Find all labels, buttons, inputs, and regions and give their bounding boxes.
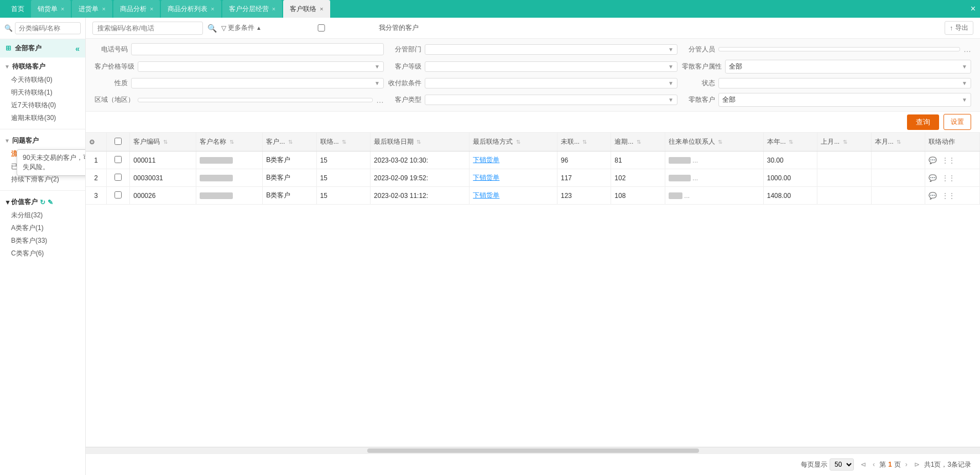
sidebar-group-problem-header[interactable]: ▼ 问题客户 [0, 134, 85, 148]
sort-icon-last-method[interactable]: ⇅ [516, 139, 520, 145]
sidebar-search-area: 🔍 [0, 18, 85, 39]
nav-tab-purchase[interactable]: 进货单 × [72, 0, 112, 18]
sort-icon-code[interactable]: ⇅ [163, 139, 168, 145]
close-tab-customer-contact-icon[interactable]: × [320, 6, 323, 12]
last-page-button[interactable]: ⊳ [912, 460, 922, 469]
close-tab-purchase-icon[interactable]: × [102, 6, 105, 12]
sort-icon-unlinked[interactable]: ⇅ [582, 139, 587, 145]
search-button[interactable]: 🔍 [207, 24, 217, 33]
last-method-link-3[interactable]: 下销货单 [473, 191, 499, 199]
sort-icon-overdue[interactable]: ⇅ [637, 139, 641, 145]
first-page-button[interactable]: ⊲ [858, 460, 868, 469]
filter-region-more-icon[interactable]: … [376, 96, 384, 105]
nav-tab-saleslip[interactable]: 销货单 × [31, 0, 71, 18]
row-checkbox-2[interactable] [114, 174, 122, 181]
next-page-button[interactable]: › [903, 460, 910, 469]
close-tab-saleslip-icon[interactable]: × [61, 6, 64, 12]
sidebar-item-tomorrow[interactable]: 明天待联络(1) [0, 86, 85, 99]
sidebar-item-7days[interactable]: 近7天待联络(0) [0, 99, 85, 112]
per-page-select[interactable]: 50 [830, 458, 854, 471]
horizontal-scrollbar[interactable] [86, 447, 980, 453]
filter-more-button[interactable]: ▽ 更多条件 ▲ [221, 23, 262, 33]
action-more-icon-3[interactable]: ⋮⋮ [942, 192, 955, 200]
select-all-checkbox[interactable] [114, 138, 122, 145]
settings-button[interactable]: 设置 [943, 114, 971, 130]
row-checkbox-1[interactable] [114, 156, 122, 163]
sidebar-item-ungrouped[interactable]: 未分组(32) [0, 209, 85, 222]
action-chat-icon-2[interactable]: 💬 [929, 174, 937, 182]
action-more-icon-2[interactable]: ⋮⋮ [942, 174, 955, 182]
my-customers-checkbox[interactable] [266, 24, 377, 32]
window-close-button[interactable]: × [971, 4, 976, 14]
row-checkbox-3[interactable] [114, 191, 122, 199]
sort-icon-contact-person[interactable]: ⇅ [718, 139, 722, 145]
filter-person-select[interactable] [718, 47, 960, 51]
filter-dept-select[interactable]: ▼ [425, 44, 677, 55]
filter-status-select[interactable]: ▼ [718, 78, 971, 88]
filter-level-select[interactable]: ▼ [425, 61, 677, 72]
scroll-thumb[interactable] [367, 448, 699, 453]
filter-payment-select[interactable]: ▼ [425, 78, 677, 88]
last-method-link-2[interactable]: 下销货单 [473, 174, 499, 181]
sidebar-search-input[interactable] [15, 22, 81, 34]
nav-tab-customer-tier[interactable]: 客户分层经营 × [222, 0, 282, 18]
query-button[interactable]: 查询 [907, 114, 939, 130]
filter-region-select[interactable] [138, 98, 373, 102]
nav-tab-customer-contact[interactable]: 客户联络 × [283, 0, 330, 18]
td-last-method-2[interactable]: 下销货单 [470, 169, 557, 187]
export-button[interactable]: ↑ 导出 [945, 21, 973, 35]
sort-icon-last-date[interactable]: ⇅ [416, 139, 421, 145]
action-chat-icon-3[interactable]: 💬 [929, 192, 937, 200]
sidebar-collapse-icon[interactable]: « [75, 44, 80, 53]
td-checkbox-1[interactable] [107, 152, 130, 169]
close-tab-analysis-icon[interactable]: × [150, 6, 153, 12]
filter-type-select[interactable]: ▼ [425, 95, 677, 105]
th-checkbox[interactable] [107, 133, 130, 152]
sort-icon-type[interactable]: ⇅ [288, 139, 293, 145]
nav-home[interactable]: 首页 [4, 0, 31, 18]
settings-icon[interactable]: ⚙ [89, 138, 95, 146]
edit-icon[interactable]: ✎ [48, 199, 53, 206]
sort-icon-this-month[interactable]: ⇅ [896, 139, 901, 145]
sidebar-item-class-a[interactable]: A类客户(1) [0, 222, 85, 234]
sort-icon-contact[interactable]: ⇅ [342, 139, 346, 145]
td-type-1: B类客户 [263, 152, 316, 169]
td-overdue-1: 81 [611, 152, 665, 169]
close-tab-customer-tier-icon[interactable]: × [272, 6, 275, 12]
sidebar-group-pending-header[interactable]: ▼ 待联络客户 [0, 60, 85, 74]
nav-tab-analysis[interactable]: 商品分析 × [113, 0, 160, 18]
action-chat-icon-1[interactable]: 💬 [929, 156, 937, 164]
sidebar-item-class-b[interactable]: B类客户(33) [0, 234, 85, 247]
filter-person-more-icon[interactable]: … [963, 45, 971, 54]
filter-phone-input[interactable] [131, 43, 384, 55]
th-code: 客户编码 ⇅ [130, 133, 196, 152]
td-checkbox-2[interactable] [107, 169, 130, 187]
nav-tab-analysis-list[interactable]: 商品分析列表 × [161, 0, 221, 18]
filter-retail-attr-select[interactable]: 全部 ▼ [725, 60, 971, 74]
sidebar-item-class-c[interactable]: C类客户(6) [0, 247, 85, 260]
filter-price-row: 客户价格等级 ▼ [95, 60, 384, 74]
action-more-icon-1[interactable]: ⋮⋮ [942, 156, 955, 164]
last-method-link-1[interactable]: 下销货单 [473, 156, 499, 164]
sidebar-all-customers[interactable]: ⊞ 全部客户 « [0, 39, 85, 58]
filter-retail-select[interactable]: 全部 ▼ [718, 93, 971, 107]
sort-icon-last-month[interactable]: ⇅ [843, 139, 847, 145]
td-last-method-3[interactable]: 下销货单 [470, 187, 557, 205]
th-settings[interactable]: ⚙ [86, 133, 107, 152]
refresh-icon[interactable]: ↻ [40, 199, 45, 206]
sidebar-group-value-header[interactable]: ▼ 价值客户 ↻ ✎ [0, 195, 85, 209]
search-input[interactable] [92, 22, 203, 35]
td-last-method-1[interactable]: 下销货单 [470, 152, 557, 169]
sort-icon-name[interactable]: ⇅ [230, 139, 234, 145]
sidebar-item-today[interactable]: 今天待联络(0) [0, 74, 85, 86]
close-tab-analysis-list-icon[interactable]: × [211, 6, 214, 12]
my-customers-label[interactable]: 我分管的客户 [266, 23, 419, 33]
filter-nature-select[interactable]: ▼ [131, 78, 384, 88]
sidebar-item-overdue[interactable]: 逾期未联络(30) [0, 112, 85, 124]
prev-page-button[interactable]: ‹ [870, 460, 877, 469]
filter-retail-row: 零散客户 全部 ▼ [682, 93, 971, 107]
filter-price-select[interactable]: ▼ [138, 61, 384, 72]
td-checkbox-3[interactable] [107, 187, 130, 205]
td-last-date-3: 2023-02-03 11:12: [371, 187, 470, 205]
sort-icon-this-year[interactable]: ⇅ [789, 139, 793, 145]
